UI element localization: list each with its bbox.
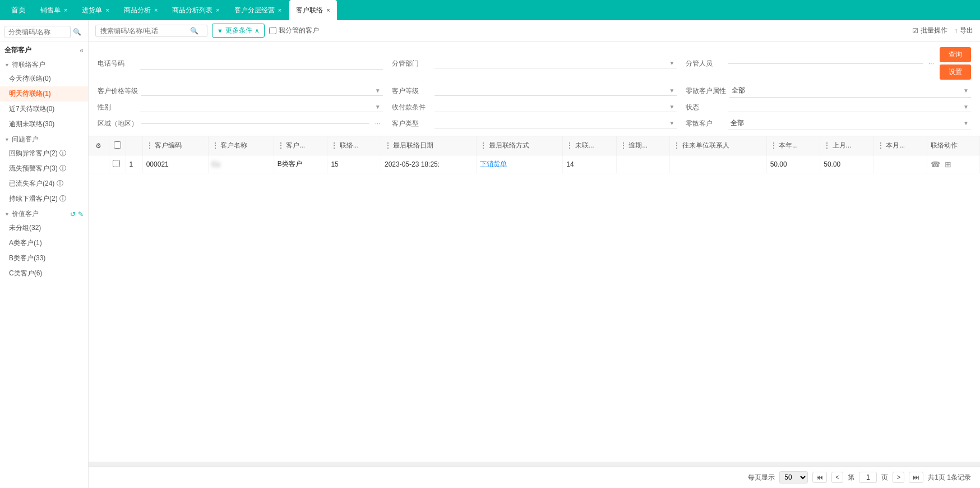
sidebar-item-ungrouped[interactable]: 未分组(32)	[0, 220, 88, 236]
sidebar-item-overdue-pending[interactable]: 逾期未联络(30)	[0, 117, 88, 132]
per-page-label: 每页显示	[748, 473, 775, 482]
first-page-btn[interactable]: ⏮	[812, 472, 827, 483]
per-page-select[interactable]: 50 10 20 100	[779, 471, 808, 484]
payment-select[interactable]: ▼	[434, 102, 677, 112]
gender-label: 性别	[98, 103, 137, 112]
gender-arrow-icon: ▼	[375, 104, 381, 110]
cell-this-year: 50.00	[766, 155, 820, 173]
query-btn[interactable]: 查询	[940, 47, 971, 62]
action-grid-icon[interactable]: ⊞	[945, 160, 951, 169]
sidebar-item-abnormal-repurchase[interactable]: 回购异常客户(2) ⓘ	[0, 146, 88, 161]
all-customers-label: 全部客户	[4, 45, 31, 55]
close-tab-customer-contact-icon[interactable]: ×	[326, 7, 330, 13]
dept-select[interactable]: ▼	[434, 58, 677, 68]
table-row: 1 000021 Ea B类客户 15 2023-05-23 18:25: 下销…	[89, 155, 980, 173]
sidebar-item-tomorrow-pending[interactable]: 明天待联络(1)	[0, 86, 88, 102]
prev-page-btn[interactable]: <	[831, 472, 843, 483]
filter-customer-grade-row: 客户等级 ▼	[392, 84, 677, 98]
toolbar-search-input[interactable]	[100, 27, 190, 35]
col-gear[interactable]: ⚙	[89, 136, 109, 155]
my-customer-checkbox[interactable]	[269, 27, 276, 34]
horizontal-scrollbar[interactable]	[89, 462, 980, 466]
close-tab-purchase-icon[interactable]: ×	[105, 7, 109, 13]
select-all-checkbox[interactable]	[114, 141, 121, 149]
page-input[interactable]	[859, 472, 877, 483]
col-last-month: ⋮ 上月...	[820, 136, 874, 155]
nav-tab-purchase[interactable]: 进货单 ×	[75, 0, 115, 20]
col-contact: ⋮ 联络...	[327, 136, 381, 155]
customer-grade-select[interactable]: ▼	[434, 86, 677, 96]
cell-name[interactable]: Ea	[208, 155, 274, 173]
sidebar-item-churned[interactable]: 已流失客户(24) ⓘ	[0, 176, 88, 191]
customer-type-label: 客户类型	[392, 119, 431, 128]
area-ellipsis-icon[interactable]: ···	[373, 118, 383, 129]
nav-tab-customer-contact[interactable]: 客户联络 ×	[289, 0, 336, 20]
sidebar-item-c-class[interactable]: C类客户(6)	[0, 266, 88, 281]
filter-manager-row: 分管人员 ··· 查询 设置	[686, 47, 971, 80]
last-page-btn[interactable]: ⏭	[909, 472, 923, 483]
sidebar-item-today-pending[interactable]: 今天待联络(0)	[0, 71, 88, 86]
toolbar-search-icon[interactable]: 🔍	[190, 27, 198, 35]
customer-grade-arrow-icon: ▼	[669, 88, 674, 94]
status-select[interactable]: ▼	[728, 102, 971, 112]
close-tab-product-list-icon[interactable]: ×	[216, 7, 219, 13]
customer-type-select[interactable]: ▼	[434, 118, 677, 128]
sidebar-search-input[interactable]	[4, 26, 71, 38]
batch-operation-btn[interactable]: ☑ 批量操作	[912, 26, 947, 35]
top-navigation: 首页 销售单 × 进货单 × 商品分析 × 商品分析列表 × 客户分层经营 × …	[0, 0, 980, 20]
sidebar-item-7day-pending[interactable]: 近7天待联络(0)	[0, 102, 88, 117]
sidebar-item-a-class[interactable]: A类客户(1)	[0, 236, 88, 251]
cell-overdue	[616, 155, 670, 173]
dept-label: 分管部门	[392, 59, 431, 68]
sidebar-item-b-class[interactable]: B类客户(33)	[0, 251, 88, 266]
col-overdue: ⋮ 逾期...	[616, 136, 670, 155]
retail-attr-label: 零散客户属性	[686, 86, 726, 96]
sidebar-search-icon[interactable]: 🔍	[73, 28, 81, 36]
cell-action: ☎ ⊞	[927, 155, 980, 173]
row-checkbox[interactable]	[113, 160, 120, 167]
retail-customer-select[interactable]: 全部 ▼	[728, 117, 971, 130]
filter-phone-row: 电话号码	[98, 47, 383, 80]
table-header-row: ⚙ ⋮ 客户编码 ⋮ 客户名称 ⋮ 客户... ⋮ 联络... ⋮ 最后联络日期…	[89, 136, 980, 155]
filter-action-btns: 查询 设置	[940, 47, 971, 80]
cell-last-contact-way[interactable]: 下销货单	[477, 155, 563, 173]
last-contact-way-link[interactable]: 下销货单	[480, 160, 507, 168]
col-name: ⋮ 客户名称	[208, 136, 274, 155]
cell-last-contact-date: 2023-05-23 18:25:	[381, 155, 477, 173]
filter-status-row: 状态 ▼	[686, 102, 971, 112]
nav-tab-customer-tier[interactable]: 客户分层经营 ×	[228, 0, 288, 20]
phone-input[interactable]	[140, 58, 383, 70]
toolbar-search-box: 🔍	[95, 25, 207, 37]
filter-price-grade-row: 客户价格等级 ▼	[98, 84, 383, 98]
cell-company-contact	[670, 155, 766, 173]
close-tab-product-analysis-icon[interactable]: ×	[154, 7, 158, 13]
customer-name-text: Ea	[212, 160, 220, 168]
settings-btn[interactable]: 设置	[940, 65, 971, 80]
nav-tab-product-list[interactable]: 商品分析列表 ×	[165, 0, 226, 20]
col-this-year: ⋮ 本年...	[766, 136, 820, 155]
phone-label: 电话号码	[98, 59, 137, 68]
sidebar-item-declining[interactable]: 持续下滑客户(2) ⓘ	[0, 191, 88, 206]
cell-gear	[89, 155, 109, 173]
export-btn[interactable]: ↑ 导出	[954, 26, 973, 35]
nav-tab-product-analysis[interactable]: 商品分析 ×	[117, 0, 164, 20]
cell-this-month	[873, 155, 927, 173]
cell-no-contact: 14	[563, 155, 617, 173]
toolbar-right-actions: ☑ 批量操作 ↑ 导出	[912, 26, 973, 35]
col-company-contact: ⋮ 往来单位联系人	[670, 136, 766, 155]
nav-home[interactable]: 首页	[4, 0, 33, 20]
all-customers-header[interactable]: 全部客户 «	[0, 42, 88, 57]
sidebar-item-churn-warning[interactable]: 流失预警客户(3) ⓘ	[0, 161, 88, 176]
my-customer-checkbox-area[interactable]: 我分管的客户	[269, 26, 319, 35]
collapse-sidebar-icon[interactable]: «	[80, 47, 84, 54]
nav-tab-sales[interactable]: 销售单 ×	[34, 0, 74, 20]
retail-attr-select[interactable]: 全部 ▼	[729, 84, 971, 98]
action-phone-icon[interactable]: ☎	[931, 160, 940, 169]
gender-select[interactable]: ▼	[140, 102, 383, 112]
price-grade-select[interactable]: ▼	[141, 86, 383, 96]
filter-more-btn[interactable]: ▼ 更多条件 ∧	[212, 24, 265, 38]
close-tab-sales-icon[interactable]: ×	[64, 7, 67, 13]
close-tab-customer-tier-icon[interactable]: ×	[278, 7, 281, 13]
next-page-btn[interactable]: >	[893, 472, 904, 483]
manager-ellipsis-icon[interactable]: ···	[926, 58, 936, 69]
